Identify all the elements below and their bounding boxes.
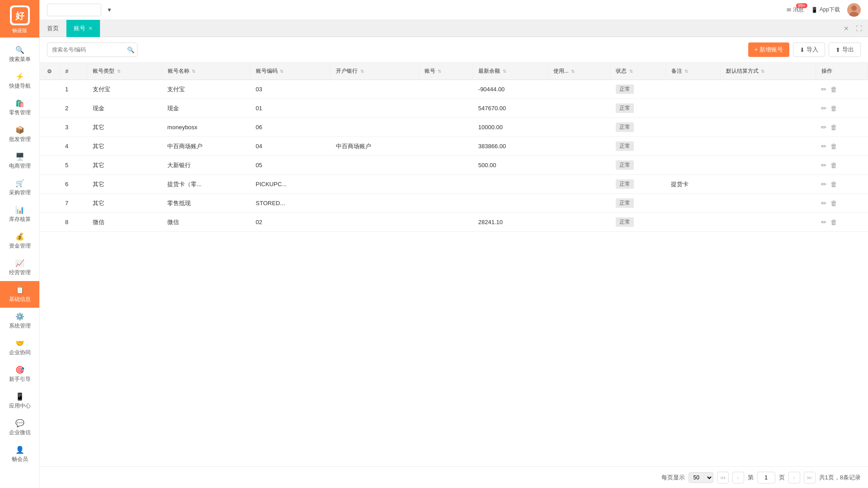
cell-gear [40, 175, 60, 194]
sidebar-item-search[interactable]: 🔍 搜索菜单 [0, 41, 39, 68]
cell-remark [665, 194, 720, 213]
edit-button[interactable]: ✏ [821, 104, 827, 113]
window-restore-button[interactable]: ⛶ [854, 23, 864, 34]
delete-button[interactable]: 🗑 [830, 199, 837, 207]
tab-close-icon[interactable]: ✕ [88, 25, 93, 32]
th-code[interactable]: 账号编码 ⇅ [250, 63, 330, 80]
tab-bar: 首页 账号 ✕ ✕ ⛶ [40, 20, 868, 37]
cell-use [547, 175, 610, 194]
th-account[interactable]: 账号 ⇅ [419, 63, 472, 80]
cell-name: 提货卡（零... [162, 175, 250, 194]
wechat-icon: 💬 [15, 419, 24, 427]
tab-account-label: 账号 [74, 24, 85, 33]
sidebar-item-guide[interactable]: 🎯 新手引导 [0, 361, 39, 388]
edit-button[interactable]: ✏ [821, 142, 827, 150]
import-button[interactable]: ⬇ 导入 [793, 42, 825, 57]
cell-account [419, 99, 472, 118]
edit-button[interactable]: ✏ [821, 85, 827, 94]
cell-remark [665, 99, 720, 118]
sidebar-item-company[interactable]: 🤝 企业协同 [0, 334, 39, 361]
sidebar-item-wholesale[interactable]: 📦 批发管理 [0, 121, 39, 148]
window-close-button[interactable]: ✕ [841, 23, 852, 34]
sidebar-item-basic[interactable]: 📋 基础信息 [0, 281, 39, 308]
app-download-button[interactable]: 📱 App下载 [811, 6, 840, 14]
page-prev-button[interactable]: ‹ [732, 472, 744, 483]
cell-default-settle [720, 175, 816, 194]
sidebar-item-quick[interactable]: ⚡ 快捷导航 [0, 68, 39, 94]
page-first-button[interactable]: ⏮ [717, 472, 729, 483]
table-container: ⚙ # 账号类型 ⇅ 账号名称 ⇅ 账号编码 ⇅ 开户银行 ⇅ 账号 ⇅ 最新余… [40, 63, 868, 466]
sidebar-item-retail[interactable]: 🛍️ 零售管理 [0, 94, 39, 121]
delete-button[interactable]: 🗑 [830, 123, 837, 131]
message-button[interactable]: ✉ 消息 99+ [787, 6, 804, 14]
cell-status: 正常 [610, 137, 666, 156]
sidebar-item-system[interactable]: ⚙️ 系统管理 [0, 308, 39, 334]
table-body: 1 支付宝 支付宝 03 -90444.00 正常 ✏ 🗑 2 现金 现金 01… [40, 80, 868, 232]
th-name[interactable]: 账号名称 ⇅ [162, 63, 250, 80]
search-input[interactable] [47, 44, 124, 56]
add-account-label: + 新增账号 [755, 46, 783, 54]
sidebar-item-wechat[interactable]: 💬 企业微信 [0, 414, 39, 441]
cell-status: 正常 [610, 99, 666, 118]
edit-button[interactable]: ✏ [821, 161, 827, 169]
cell-use [547, 156, 610, 175]
add-account-button[interactable]: + 新增账号 [748, 42, 789, 57]
edit-button[interactable]: ✏ [821, 199, 827, 207]
cell-code: 01 [250, 99, 330, 118]
sidebar-item-finance[interactable]: 💰 资金管理 [0, 228, 39, 254]
th-use[interactable]: 使用... ⇅ [547, 63, 610, 80]
cell-default-settle [720, 80, 816, 99]
sidebar-item-label: 新手引导 [9, 375, 31, 383]
sidebar-item-purchase[interactable]: 🛒 采购管理 [0, 174, 39, 201]
app-download-label: App下载 [820, 6, 840, 14]
message-icon: ✉ [787, 7, 791, 13]
search-button[interactable]: 🔍 [124, 43, 137, 56]
logo-area: 好 畅捷版 [0, 0, 39, 38]
cell-index: 4 [60, 137, 87, 156]
page-label-pre: 第 [748, 474, 754, 482]
sidebar-item-ecommerce[interactable]: 🖥️ 电商管理 [0, 148, 39, 174]
sidebar-item-app-center[interactable]: 📱 应用中心 [0, 388, 39, 414]
cell-use [547, 99, 610, 118]
finance-icon: 💰 [15, 232, 24, 241]
th-status[interactable]: 状态 ⇅ [610, 63, 666, 80]
th-bank[interactable]: 开户银行 ⇅ [330, 63, 419, 80]
cell-bank [330, 118, 419, 137]
export-button[interactable]: ⬆ 导出 [829, 42, 861, 57]
sidebar-item-operations[interactable]: 📈 经营管理 [0, 254, 39, 281]
delete-button[interactable]: 🗑 [830, 142, 837, 150]
page-last-button[interactable]: ⏭ [804, 472, 816, 483]
edit-button[interactable]: ✏ [821, 180, 827, 188]
header-search-input[interactable] [47, 4, 101, 16]
delete-button[interactable]: 🗑 [830, 180, 837, 188]
cell-action: ✏ 🗑 [816, 137, 868, 156]
th-default-settle[interactable]: 默认结算方式 ⇅ [720, 63, 816, 80]
delete-button[interactable]: 🗑 [830, 161, 837, 169]
delete-button[interactable]: 🗑 [830, 85, 837, 94]
cell-action: ✏ 🗑 [816, 213, 868, 232]
page-input[interactable] [757, 472, 775, 483]
cell-bank [330, 156, 419, 175]
sidebar-item-stock[interactable]: 📊 库存核算 [0, 201, 39, 228]
cell-code: 06 [250, 118, 330, 137]
cell-default-settle [720, 156, 816, 175]
th-gear[interactable]: ⚙ [40, 63, 60, 80]
page-next-button[interactable]: › [788, 472, 800, 483]
header-dropdown[interactable]: ▼ [107, 7, 112, 13]
page-size-select[interactable]: 50 100 200 [689, 472, 713, 483]
th-balance[interactable]: 最新余额 ⇅ [473, 63, 547, 80]
th-type[interactable]: 账号类型 ⇅ [87, 63, 162, 80]
delete-button[interactable]: 🗑 [830, 218, 837, 226]
delete-button[interactable]: 🗑 [830, 104, 837, 113]
cell-account [419, 194, 472, 213]
user-avatar[interactable] [847, 3, 861, 17]
th-remark[interactable]: 备注 ⇅ [665, 63, 720, 80]
tab-window-controls: ✕ ⛶ [841, 23, 868, 34]
sidebar-item-member[interactable]: 👤 畅会员 [0, 441, 39, 468]
edit-button[interactable]: ✏ [821, 123, 827, 131]
tab-account[interactable]: 账号 ✕ [66, 20, 100, 37]
edit-button[interactable]: ✏ [821, 218, 827, 226]
sidebar-item-label: 搜索菜单 [9, 56, 31, 63]
retail-icon: 🛍️ [15, 99, 24, 108]
tab-home[interactable]: 首页 [40, 20, 66, 37]
